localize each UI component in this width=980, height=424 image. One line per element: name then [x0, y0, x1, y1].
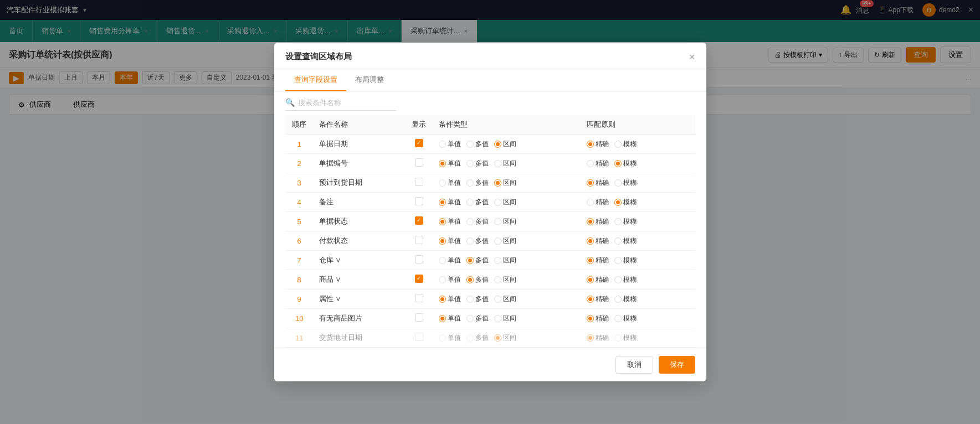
dialog-table: 顺序 条件名称 显示 条件类型 匹配原则 1单据日期 单值 多值: [274, 115, 706, 348]
cell-match: 精确 模糊: [581, 154, 695, 173]
type-single-radio[interactable]: 单值: [439, 217, 461, 226]
match-exact-radio[interactable]: 精确: [587, 314, 609, 323]
type-multi-radio[interactable]: 多值: [466, 275, 489, 285]
cell-type: 单值 多值 区间: [433, 154, 581, 173]
settings-dialog: 设置查询区域布局 × 查询字段设置 布局调整 🔍 顺序: [274, 43, 706, 381]
dialog-tab-fields[interactable]: 查询字段设置: [285, 69, 346, 91]
cell-order: 5: [285, 212, 314, 231]
search-icon: 🔍: [285, 98, 295, 107]
display-checkbox[interactable]: [415, 197, 423, 205]
match-exact-radio[interactable]: 精确: [587, 256, 609, 265]
type-single-radio[interactable]: 单值: [439, 294, 461, 304]
match-exact-radio[interactable]: 精确: [587, 294, 609, 304]
type-multi-radio[interactable]: 多值: [466, 294, 489, 304]
match-exact-radio[interactable]: 精确: [587, 139, 609, 149]
type-range-radio[interactable]: 区间: [494, 159, 516, 168]
display-checkbox[interactable]: [415, 216, 423, 225]
type-range-radio[interactable]: 区间: [494, 256, 516, 265]
type-multi-radio[interactable]: 多值: [466, 256, 489, 265]
cell-type: 单值 多值 区间: [433, 193, 581, 212]
dialog-tabs: 查询字段设置 布局调整: [274, 69, 706, 91]
cell-name: 预计到货日期: [314, 173, 404, 193]
type-range-radio[interactable]: 区间: [494, 198, 516, 207]
cell-type: 单值 多值 区间: [433, 231, 581, 251]
match-fuzzy-radio-circle: [614, 315, 622, 322]
type-multi-radio[interactable]: 多值: [466, 333, 489, 343]
match-exact-radio[interactable]: 精确: [587, 217, 609, 226]
display-checkbox[interactable]: [415, 158, 423, 167]
display-checkbox[interactable]: [415, 255, 423, 263]
cell-display: [404, 328, 433, 348]
type-single-radio[interactable]: 单值: [439, 275, 461, 285]
match-exact-radio[interactable]: 精确: [587, 236, 609, 246]
type-multi-radio[interactable]: 多值: [466, 139, 489, 149]
match-fuzzy-radio[interactable]: 模糊: [614, 314, 637, 323]
cell-order: 4: [285, 193, 314, 212]
cell-display: [404, 270, 433, 289]
type-range-radio-circle: [494, 276, 501, 283]
type-multi-radio[interactable]: 多值: [466, 159, 489, 168]
type-single-radio-circle: [439, 199, 446, 206]
match-fuzzy-radio[interactable]: 模糊: [614, 217, 637, 226]
type-range-radio[interactable]: 区间: [494, 294, 516, 304]
type-range-radio[interactable]: 区间: [494, 217, 516, 226]
match-fuzzy-radio[interactable]: 模糊: [614, 178, 637, 188]
type-single-radio[interactable]: 单值: [439, 256, 461, 265]
display-checkbox[interactable]: [415, 275, 423, 283]
dialog-footer: 取消 保存: [274, 348, 706, 381]
type-single-radio-circle: [439, 257, 446, 264]
match-fuzzy-radio[interactable]: 模糊: [614, 275, 637, 285]
match-exact-radio[interactable]: 精确: [587, 198, 609, 207]
type-single-radio[interactable]: 单值: [439, 159, 461, 168]
cell-type: 单值 多值 区间: [433, 135, 581, 154]
display-checkbox[interactable]: [415, 294, 423, 302]
cell-order: 9: [285, 289, 314, 309]
match-fuzzy-radio[interactable]: 模糊: [614, 256, 637, 265]
type-multi-radio[interactable]: 多值: [466, 178, 489, 188]
cancel-button[interactable]: 取消: [615, 356, 653, 374]
col-match: 匹配原则: [581, 115, 695, 135]
match-fuzzy-radio[interactable]: 模糊: [614, 198, 637, 207]
display-checkbox[interactable]: [415, 178, 423, 186]
save-button[interactable]: 保存: [659, 356, 695, 374]
match-exact-radio-circle: [587, 276, 594, 283]
dialog-title: 设置查询区域布局: [285, 51, 352, 62]
type-range-radio[interactable]: 区间: [494, 139, 516, 149]
type-single-radio[interactable]: 单值: [439, 139, 461, 149]
display-checkbox[interactable]: [415, 236, 423, 244]
type-range-radio[interactable]: 区间: [494, 333, 516, 343]
type-range-radio[interactable]: 区间: [494, 178, 516, 188]
cell-display: [404, 193, 433, 212]
type-range-radio[interactable]: 区间: [494, 236, 516, 246]
display-checkbox[interactable]: [415, 313, 423, 322]
match-fuzzy-radio-circle: [614, 296, 622, 303]
search-input[interactable]: [298, 99, 387, 107]
type-range-radio[interactable]: 区间: [494, 314, 516, 323]
match-exact-radio[interactable]: 精确: [587, 275, 609, 285]
cell-order: 3: [285, 173, 314, 193]
match-fuzzy-radio[interactable]: 模糊: [614, 236, 637, 246]
dialog-close-button[interactable]: ×: [689, 52, 695, 62]
display-checkbox[interactable]: [415, 139, 423, 147]
match-fuzzy-radio[interactable]: 模糊: [614, 159, 637, 168]
match-exact-radio[interactable]: 精确: [587, 159, 609, 168]
type-single-radio[interactable]: 单值: [439, 236, 461, 246]
match-fuzzy-radio[interactable]: 模糊: [614, 294, 637, 304]
display-checkbox[interactable]: [415, 333, 423, 341]
dialog-tab-layout[interactable]: 布局调整: [346, 69, 393, 91]
match-fuzzy-radio[interactable]: 模糊: [614, 139, 637, 149]
type-single-radio[interactable]: 单值: [439, 314, 461, 323]
cell-match: 精确 模糊: [581, 289, 695, 309]
type-range-radio[interactable]: 区间: [494, 275, 516, 285]
match-exact-radio[interactable]: 精确: [587, 333, 609, 343]
cell-type: 单值 多值 区间: [433, 309, 581, 328]
type-multi-radio[interactable]: 多值: [466, 217, 489, 226]
match-fuzzy-radio[interactable]: 模糊: [614, 333, 637, 343]
type-multi-radio[interactable]: 多值: [466, 236, 489, 246]
type-multi-radio[interactable]: 多值: [466, 198, 489, 207]
type-single-radio[interactable]: 单值: [439, 198, 461, 207]
type-single-radio[interactable]: 单值: [439, 178, 461, 188]
type-multi-radio[interactable]: 多值: [466, 314, 489, 323]
type-single-radio[interactable]: 单值: [439, 333, 461, 343]
match-exact-radio[interactable]: 精确: [587, 178, 609, 188]
